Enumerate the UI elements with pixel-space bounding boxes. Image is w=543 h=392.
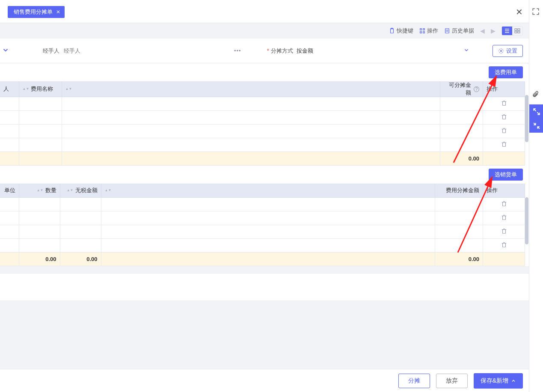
svg-rect-23 — [502, 129, 505, 133]
prev-arrow-icon[interactable]: ◀ — [480, 27, 485, 34]
table-row[interactable] — [0, 111, 525, 125]
tab-active[interactable]: 销售费用分摊单 ✕ — [8, 6, 65, 18]
col-notax[interactable]: ▲▼无税金额 — [60, 184, 101, 197]
total-fee-alloc: 0.00 — [435, 252, 483, 266]
col-alloc-amount[interactable]: 可分摊金额? — [440, 81, 483, 97]
history-link[interactable]: 历史单据 — [444, 27, 474, 35]
svg-rect-6 — [445, 29, 449, 33]
tab-close-icon[interactable]: ✕ — [56, 9, 60, 15]
discard-button[interactable]: 放弃 — [436, 374, 468, 388]
grid-icon — [419, 28, 425, 34]
view-list-icon[interactable] — [502, 27, 512, 35]
table-row[interactable] — [0, 125, 525, 138]
col-fee-name[interactable]: ▲▼费用名称 — [19, 81, 62, 97]
close-icon[interactable]: ✕ — [516, 7, 523, 17]
svg-rect-3 — [423, 29, 425, 30]
info-icon[interactable]: ? — [474, 86, 479, 92]
sort-icon: ▲▼ — [65, 88, 72, 90]
fee-table: 人 ▲▼费用名称 ▲▼ 可分摊金额? 操作 0.00 — [0, 81, 525, 166]
svg-rect-38 — [502, 243, 505, 247]
form-row: 经手人 ••• * 分摊方式 按金额 设置 — [0, 39, 529, 63]
total-qty: 0.00 — [19, 252, 60, 266]
handler-input[interactable] — [63, 47, 234, 54]
chevron-down-icon[interactable] — [463, 47, 469, 54]
col-fee-alloc[interactable]: 费用分摊金额 — [435, 184, 483, 197]
totals-row: 0.00 — [0, 152, 525, 166]
tab-bar: 销售费用分摊单 ✕ ✕ — [0, 0, 529, 23]
table-row[interactable] — [0, 225, 525, 238]
table-row[interactable] — [0, 238, 525, 252]
table-row[interactable] — [0, 211, 525, 225]
table-row[interactable] — [0, 138, 525, 152]
history-label: 历史单据 — [452, 27, 474, 35]
svg-rect-0 — [391, 29, 394, 33]
col-ops: 操作 — [483, 81, 525, 97]
col-a[interactable]: 人 — [0, 81, 19, 97]
delete-icon[interactable] — [501, 101, 507, 107]
footer-bar: 分摊 放弃 保存&新增 — [0, 369, 529, 392]
scrollbar-thumb[interactable] — [525, 95, 528, 142]
svg-rect-32 — [502, 216, 505, 220]
chevron-down-icon[interactable] — [2, 46, 9, 55]
svg-rect-5 — [423, 32, 425, 33]
svg-rect-2 — [420, 29, 422, 30]
col-blank[interactable]: ▲▼ — [101, 184, 435, 197]
action-label: 操作 — [427, 27, 438, 35]
alloc-button[interactable]: 分摊 — [398, 374, 430, 388]
col-ops: 操作 — [483, 184, 525, 197]
settings-label: 设置 — [506, 47, 517, 55]
svg-rect-20 — [502, 116, 505, 119]
svg-rect-4 — [420, 32, 422, 33]
clipboard-icon — [389, 28, 395, 34]
section-fees: 选费用单 人 ▲▼费用名称 ▲▼ 可分摊金额? 操作 — [0, 63, 529, 166]
col-unit[interactable]: 单位 — [0, 184, 19, 197]
delete-icon[interactable] — [501, 243, 507, 249]
shortcut-label: 快捷键 — [397, 27, 413, 35]
handler-label: 经手人 — [43, 47, 59, 55]
select-fee-button[interactable]: 选费用单 — [489, 66, 523, 78]
sort-icon: ▲▼ — [67, 190, 74, 191]
shortcut-link[interactable]: 快捷键 — [389, 27, 413, 35]
delete-icon[interactable] — [501, 202, 507, 208]
delete-icon[interactable] — [501, 142, 507, 148]
view-card-icon[interactable] — [512, 27, 522, 35]
svg-rect-17 — [502, 102, 505, 106]
expand-in-icon — [533, 122, 540, 130]
delete-icon[interactable] — [501, 229, 507, 235]
fullscreen-icon[interactable] — [532, 8, 540, 17]
expand-panel[interactable] — [529, 104, 543, 133]
field-method: * 分摊方式 按金额 — [267, 47, 469, 55]
next-arrow-icon[interactable]: ▶ — [491, 27, 496, 34]
delete-icon[interactable] — [501, 215, 507, 222]
scrollbar-thumb[interactable] — [525, 197, 528, 244]
svg-rect-13 — [518, 29, 520, 30]
svg-rect-26 — [502, 143, 505, 147]
select-sales-button[interactable]: 选销货单 — [489, 169, 523, 181]
attachment-icon[interactable] — [532, 91, 540, 100]
required-icon: * — [267, 48, 269, 54]
view-toggle — [501, 26, 523, 36]
settings-button[interactable]: 设置 — [493, 45, 523, 57]
gap — [0, 266, 529, 273]
svg-rect-29 — [502, 202, 505, 206]
gear-icon — [498, 48, 504, 54]
svg-rect-14 — [515, 31, 517, 33]
svg-point-16 — [500, 50, 502, 52]
expand-out-icon — [533, 108, 540, 116]
delete-icon[interactable] — [501, 128, 507, 135]
sort-icon: ▲▼ — [105, 190, 112, 191]
delete-icon[interactable] — [501, 115, 507, 121]
save-new-button[interactable]: 保存&新增 — [474, 373, 523, 389]
table-row[interactable] — [0, 97, 525, 111]
method-label: 分摊方式 — [271, 47, 293, 55]
method-value[interactable]: 按金额 — [297, 47, 463, 55]
save-new-label: 保存&新增 — [481, 377, 508, 385]
notes-area[interactable] — [0, 273, 529, 300]
action-link[interactable]: 操作 — [419, 27, 438, 35]
col-qty[interactable]: ▲▼数量 — [19, 184, 60, 197]
svg-rect-12 — [515, 29, 517, 30]
total-notax: 0.00 — [60, 252, 101, 266]
more-icon[interactable]: ••• — [234, 48, 241, 54]
col-blank[interactable]: ▲▼ — [62, 81, 440, 97]
table-row[interactable] — [0, 197, 525, 211]
